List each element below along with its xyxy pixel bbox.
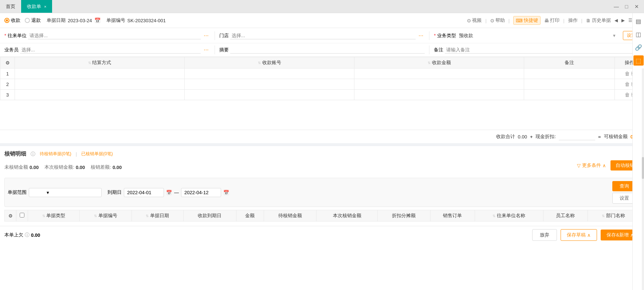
row-2-account[interactable]	[185, 79, 354, 90]
bth-employee: 员工名称	[543, 210, 588, 222]
nav-prev-button[interactable]: ◀	[614, 18, 618, 23]
bth-duedate: 收款到期日	[183, 210, 236, 222]
row-3-remark[interactable]	[524, 90, 615, 100]
stat-diff-value: 0.00	[113, 165, 122, 170]
form-row-1: * 往来单位 ··· 门店 ··· * 业务类型 预收款 ▾ 设置	[0, 28, 644, 43]
sidebar-icon-2[interactable]: ◫	[633, 29, 644, 39]
bottom-table: ⚙ ⇅ 单据类型 ⇅ 单据编号 ⇅ 单据日期 收款到期日 金额 待核销金额 本次…	[4, 210, 640, 222]
tab-pending[interactable]: 待核销单据(0笔)	[40, 151, 71, 157]
row-2-delete-icon[interactable]: 🗑	[625, 81, 630, 87]
date-range: 📅 — 📅	[124, 188, 229, 197]
partner-field: * 往来单位 ···	[4, 32, 210, 39]
row-1-delete-icon[interactable]: 🗑	[625, 71, 630, 77]
maximize-button[interactable]: □	[622, 2, 631, 11]
sidebar-icon-1[interactable]: ▤	[633, 16, 644, 26]
list-view-button[interactable]: ☰	[628, 18, 632, 23]
save-draft-button[interactable]: 保存草稿 ∧	[561, 229, 597, 241]
th-setting[interactable]: ⚙	[0, 57, 15, 68]
verify-section: 核销明细 ⓘ 待核销单据(0笔) | 已核销单据(0笔) 未核销金额 0.00 …	[0, 146, 644, 226]
calendar-to-icon[interactable]: 📅	[223, 190, 229, 195]
shortcut-button[interactable]: ⌨ 快捷键	[513, 16, 541, 25]
range-select-arrow: ▾	[47, 190, 49, 195]
sum-discount-label: 现金折扣:	[535, 133, 556, 140]
right-sidebar: ▤ ◫ 🔗 ⬚	[632, 13, 644, 290]
draft-arrow-icon: ∧	[587, 232, 591, 238]
sum-discount-input[interactable]	[559, 133, 595, 140]
tab-close-icon[interactable]: ×	[44, 4, 46, 9]
nav-next-button[interactable]: ▶	[621, 18, 625, 23]
bth-checkbox[interactable]	[16, 210, 28, 222]
radio-shoukuan[interactable]: 收款	[4, 17, 20, 24]
row-1-account[interactable]	[185, 68, 354, 79]
video-button[interactable]: ⊙ 视频	[467, 17, 482, 24]
remark-label: 备注	[434, 47, 443, 53]
store-more-button[interactable]: ···	[417, 32, 425, 39]
row-2-amount[interactable]	[354, 79, 524, 90]
footer-info-icon[interactable]: ⓘ	[25, 232, 30, 238]
bth-type: ⇅ 单据类型	[28, 210, 80, 222]
sidebar-icon-3[interactable]: 🔗	[633, 42, 644, 52]
footer-limit-label: 本单上欠	[4, 232, 23, 238]
sep2: |	[508, 18, 510, 23]
row-3-delete-icon[interactable]: 🗑	[625, 92, 630, 98]
tab-active[interactable]: 收款单 ×	[21, 0, 52, 13]
partner-input[interactable]	[28, 32, 201, 39]
salesman-more-button[interactable]: ···	[202, 47, 210, 53]
salesman-field: 业务员 ···	[4, 46, 210, 54]
tab-done[interactable]: 已核销单据(0笔)	[81, 151, 113, 157]
form-row-2: 业务员 ··· 摘要 备注	[0, 43, 644, 57]
verify-info-icon[interactable]: ⓘ	[31, 151, 35, 157]
stat-unverified: 未核销金额 0.00	[4, 164, 39, 171]
bth-setting[interactable]: ⚙	[5, 210, 16, 222]
row-2-settlement[interactable]	[15, 79, 185, 90]
row-1-id: 1	[0, 68, 15, 79]
row-3-settlement[interactable]	[15, 90, 185, 100]
scrollbar-thumb[interactable]	[642, 157, 644, 179]
store-field: 门店 ···	[219, 32, 425, 39]
stat-current-label: 本次核销金额:	[44, 164, 74, 171]
range-select[interactable]: ▾	[29, 188, 102, 197]
toolbar-actions: ⊙ 视频 | ⊙ 帮助 | ⌨ 快捷键 🖶 打印 | 操作 | �	[467, 16, 640, 25]
date-from-input[interactable]	[124, 188, 164, 197]
sidebar-icon-4[interactable]: ⬚	[633, 55, 644, 66]
row-1-remark[interactable]	[524, 68, 615, 79]
biztype-value: 预收款	[459, 32, 473, 39]
verify-stats: 未核销金额 0.00 本次核销金额: 0.00 核销差额: 0.00 ▽ 更多条…	[4, 160, 640, 174]
history-button[interactable]: 🗎 历史单据	[586, 17, 611, 24]
video-icon: ⊙	[467, 18, 471, 23]
row-3-account[interactable]	[185, 90, 354, 100]
window-controls: — □ ✕	[612, 2, 644, 11]
receipt-type-group: 收款 退款	[4, 17, 41, 24]
tab-home[interactable]: 首页	[0, 0, 21, 13]
calendar-from-icon[interactable]: 📅	[166, 190, 172, 195]
filter-icon: ▽	[577, 163, 581, 168]
table-row: 1 🗑 ⎘	[0, 68, 644, 79]
more-conditions-button[interactable]: ▽ 更多条件 ∧	[577, 162, 606, 169]
select-all-checkbox[interactable]	[20, 213, 24, 218]
print-button[interactable]: 🖶 打印	[544, 17, 559, 24]
close-button[interactable]: ✕	[632, 2, 641, 11]
operation-button[interactable]: 操作	[568, 17, 578, 24]
abandon-button[interactable]: 放弃	[532, 229, 557, 241]
row-2-remark[interactable]	[524, 79, 615, 90]
date-to-input[interactable]	[181, 188, 221, 197]
biztype-arrow[interactable]: ▾	[613, 33, 616, 38]
partner-more-button[interactable]: ···	[202, 32, 210, 39]
table-row: 3 🗑 ⎘	[0, 90, 644, 100]
th-settlement: ⇅ 结算方式	[15, 57, 185, 68]
receipt-table-container: ⚙ ⇅ 结算方式 ⇅ 收款账号 ⇅ 收款金额 备注 操作 1	[0, 57, 644, 130]
radio-tuikuan[interactable]: 退款	[25, 17, 41, 24]
help-button[interactable]: ⊙ 帮助	[490, 17, 505, 24]
sum-available-label: 可核销金额	[604, 133, 628, 140]
remark-input[interactable]	[445, 46, 640, 54]
bth-pending: 待核销金额	[264, 210, 317, 222]
summary-label: 摘要	[219, 47, 229, 53]
row-3-amount[interactable]	[354, 90, 524, 100]
minimize-button[interactable]: —	[612, 2, 621, 11]
calendar-icon[interactable]: 📅	[94, 17, 101, 23]
store-input[interactable]	[230, 32, 416, 39]
summary-input[interactable]	[230, 46, 425, 54]
salesman-input[interactable]	[20, 46, 201, 54]
row-1-amount[interactable]	[354, 68, 524, 79]
row-1-settlement[interactable]	[15, 68, 185, 79]
